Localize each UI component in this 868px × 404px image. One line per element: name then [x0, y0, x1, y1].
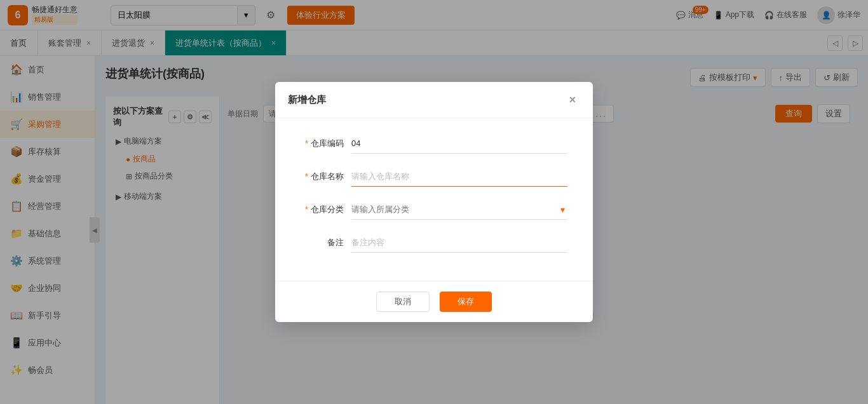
warehouse-category-row: 仓库分类 ▾ — [301, 199, 567, 220]
category-dropdown-icon: ▾ — [560, 205, 565, 215]
modal-body: 仓库编码 仓库名称 仓库分类 ▾ 备注 — [275, 118, 593, 281]
warehouse-category-input[interactable] — [351, 202, 567, 217]
modal-close-btn[interactable]: × — [565, 92, 580, 107]
warehouse-name-input[interactable] — [351, 166, 567, 187]
warehouse-code-input[interactable] — [351, 133, 567, 154]
modal-new-warehouse: 新增仓库 × 仓库编码 仓库名称 仓库分类 ▾ — [275, 82, 593, 322]
warehouse-remark-input[interactable] — [351, 232, 567, 253]
modal-header: 新增仓库 × — [275, 82, 593, 118]
warehouse-name-row: 仓库名称 — [301, 166, 567, 187]
save-button[interactable]: 保存 — [440, 292, 492, 312]
warehouse-remark-row: 备注 — [301, 232, 567, 253]
warehouse-remark-label: 备注 — [301, 237, 351, 248]
warehouse-code-row: 仓库编码 — [301, 133, 567, 154]
warehouse-name-label: 仓库名称 — [301, 171, 351, 182]
modal-overlay: 新增仓库 × 仓库编码 仓库名称 仓库分类 ▾ — [0, 0, 868, 404]
cancel-button[interactable]: 取消 — [376, 292, 430, 312]
modal-footer: 取消 保存 — [275, 281, 593, 322]
warehouse-category-select[interactable]: ▾ — [351, 199, 567, 220]
warehouse-category-label: 仓库分类 — [301, 204, 351, 215]
modal-title: 新增仓库 — [288, 94, 326, 106]
warehouse-code-label: 仓库编码 — [301, 138, 351, 149]
